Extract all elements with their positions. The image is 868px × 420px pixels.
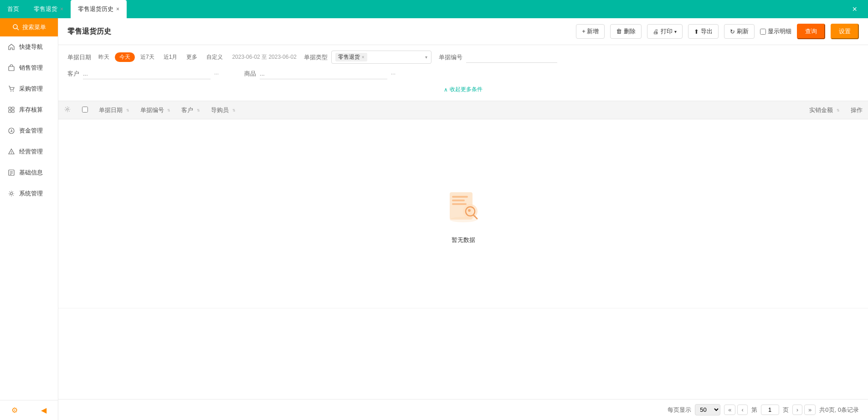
tab-retail-return-label: 零售退货	[34, 5, 57, 13]
th-date-sort-icon: ⇅	[126, 108, 129, 113]
svg-point-11	[11, 153, 12, 154]
date-buttons: 昨天 今天 近7天 近1月 更多 自定义	[95, 52, 226, 62]
print-button[interactable]: 🖨 打印 ▾	[647, 24, 683, 39]
type-tag: 零售退货 ×	[335, 53, 367, 61]
svg-point-4	[13, 91, 14, 92]
table-header: 单据日期 ⇅ 单据编号 ⇅ 客户 ⇅ 导购员 ⇅	[58, 101, 868, 119]
select-all-checkbox[interactable]	[82, 107, 88, 113]
first-page-button[interactable]: «	[724, 405, 735, 415]
refresh-button[interactable]: ↻ 刷新	[724, 24, 755, 39]
query-button[interactable]: 查询	[797, 24, 825, 39]
column-settings-icon[interactable]	[64, 106, 71, 113]
collapse-filter-button[interactable]: ∧ 收起更多条件	[438, 84, 488, 95]
date-btn-custom[interactable]: 自定义	[203, 52, 226, 62]
collapse-up-icon: ∧	[444, 87, 448, 93]
delete-button[interactable]: 🗑 删除	[610, 24, 642, 39]
sidebar-search[interactable]: 搜索菜单	[0, 18, 58, 36]
th-guide[interactable]: 导购员 ⇅	[205, 101, 241, 119]
tab-retail-return-history-label: 零售退货历史	[78, 5, 113, 13]
sales-icon	[7, 64, 15, 72]
customer-input[interactable]	[83, 68, 211, 79]
prev-page-button[interactable]: ‹	[737, 405, 747, 415]
tab-retail-return-history[interactable]: 零售退货历史 ×	[71, 0, 127, 18]
svg-point-16	[10, 193, 13, 195]
goods-input[interactable]	[260, 68, 387, 79]
tab-retail-return-close[interactable]: ×	[60, 6, 63, 12]
order-num-input[interactable]	[466, 52, 557, 63]
date-btn-7days[interactable]: 近7天	[137, 52, 158, 62]
th-settings[interactable]	[58, 101, 77, 119]
th-date[interactable]: 单据日期 ⇅	[93, 101, 135, 119]
basic-icon	[7, 169, 15, 177]
tab-home[interactable]: 首页	[0, 0, 26, 18]
tab-retail-return-history-close[interactable]: ×	[116, 6, 119, 12]
type-tag-close[interactable]: ×	[362, 55, 365, 60]
date-btn-more[interactable]: 更多	[183, 52, 201, 62]
finance-icon	[7, 127, 15, 135]
sidebar-item-system-mgmt[interactable]: 系统管理	[0, 183, 58, 204]
date-btn-1month[interactable]: 近1月	[160, 52, 181, 62]
type-filter-value: 零售退货 ×	[335, 53, 425, 61]
content-area: 零售退货历史 + 新增 🗑 删除 🖨 打印 ▾ ⬆ 导出 ↻ 刷新	[58, 18, 868, 420]
filter-row-2: 客户 ··· 商品 ···	[67, 68, 859, 79]
date-btn-yesterday[interactable]: 昨天	[95, 52, 113, 62]
th-amount-label: 实销金额	[809, 107, 833, 113]
svg-rect-6	[12, 107, 14, 109]
svg-rect-8	[12, 110, 14, 113]
per-page-select[interactable]: 20 50 100	[695, 404, 720, 415]
sidebar-item-inventory[interactable]: 库存核算	[0, 99, 58, 120]
last-page-button[interactable]: »	[804, 405, 816, 415]
tab-home-label: 首页	[7, 5, 19, 13]
sidebar-item-finance[interactable]: 资金管理	[0, 120, 58, 141]
goods-ellipsis-icon[interactable]: ···	[391, 71, 395, 77]
th-order-no-sort-icon: ⇅	[167, 108, 170, 113]
order-num-filter-label: 单据编号	[439, 53, 462, 61]
settings-button[interactable]: 设置	[831, 24, 859, 39]
svg-point-3	[10, 91, 11, 92]
sidebar-item-basic-info[interactable]: 基础信息	[0, 162, 58, 183]
new-button[interactable]: + 新增	[576, 24, 605, 39]
refresh-icon: ↻	[730, 28, 735, 35]
sidebar-item-purchase-mgmt-label: 采购管理	[19, 85, 43, 93]
settings-icon[interactable]: ⚙	[11, 406, 18, 415]
sidebar-item-purchase-mgmt[interactable]: 采购管理	[0, 78, 58, 99]
page-number-input[interactable]: 1	[761, 405, 779, 415]
th-amount-sort-icon: ⇅	[837, 108, 840, 113]
operation-icon	[7, 148, 15, 156]
svg-rect-2	[9, 67, 14, 71]
page-suffix-label: 页	[783, 406, 789, 414]
sidebar-item-basic-info-label: 基础信息	[19, 169, 43, 177]
sidebar-item-quick-nav[interactable]: 快捷导航	[0, 36, 58, 57]
print-label: 打印	[661, 27, 673, 36]
th-customer[interactable]: 客户 ⇅	[176, 101, 205, 119]
filter-area: 单据日期 昨天 今天 近7天 近1月 更多 自定义 2023-06-02 至 2…	[58, 45, 868, 101]
show-detail-checkbox[interactable]	[760, 29, 766, 35]
top-bar-right: ×	[848, 5, 868, 14]
show-detail-checkbox-label[interactable]: 显示明细	[760, 27, 791, 36]
th-checkbox[interactable]	[77, 101, 93, 119]
print-icon: 🖨	[653, 28, 659, 35]
th-guide-label: 导购员	[211, 107, 229, 113]
date-range-display: 2023-06-02 至 2023-06-02	[232, 53, 296, 61]
export-button[interactable]: ⬆ 导出	[688, 24, 719, 39]
sidebar-item-operation[interactable]: 经营管理	[0, 141, 58, 162]
th-guide-sort-icon: ⇅	[232, 108, 236, 113]
tab-retail-return[interactable]: 零售退货 ×	[26, 0, 71, 18]
th-amount[interactable]: 实销金额 ⇅	[804, 101, 845, 119]
main-layout: 搜索菜单 快捷导航 销售管理 采购管理	[0, 18, 868, 420]
page-title: 零售退货历史	[67, 27, 111, 36]
window-close-button[interactable]: ×	[848, 5, 861, 14]
type-filter-label: 单据类型	[304, 53, 328, 61]
sidebar-item-sales-mgmt[interactable]: 销售管理	[0, 57, 58, 78]
page-nav: « ‹ 第 1 页 › »	[724, 405, 816, 415]
search-icon	[12, 24, 20, 31]
volume-icon[interactable]: ◀	[41, 406, 46, 415]
next-page-button[interactable]: ›	[792, 405, 802, 415]
type-filter-select[interactable]: 零售退货 × ▾	[331, 51, 431, 64]
svg-rect-21	[452, 200, 465, 201]
th-order-no[interactable]: 单据编号 ⇅	[135, 101, 176, 119]
date-btn-today[interactable]: 今天	[115, 52, 135, 62]
sidebar-item-inventory-label: 库存核算	[19, 106, 43, 114]
customer-ellipsis-icon[interactable]: ···	[214, 71, 219, 77]
sidebar-item-quick-nav-label: 快捷导航	[19, 43, 43, 51]
